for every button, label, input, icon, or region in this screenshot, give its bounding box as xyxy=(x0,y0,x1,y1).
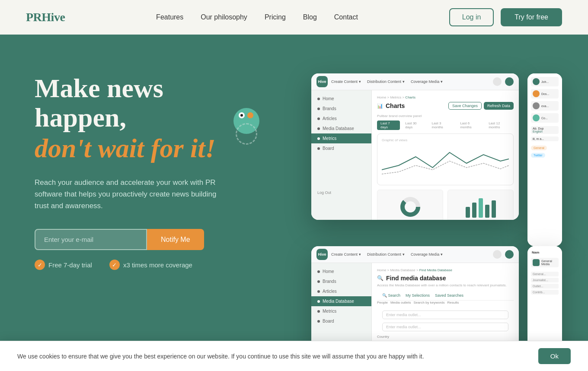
app-inner-top: Home Brands Articles Media Database Metr… xyxy=(311,90,519,220)
filter-results: Results xyxy=(447,301,459,304)
tags-row: General xyxy=(531,146,559,150)
pie-chart xyxy=(377,190,443,220)
app-nav-dist: Distribution Content ▾ xyxy=(367,79,405,84)
sidebar-articles: Articles xyxy=(311,114,371,124)
app-main-charts: Home > Metrics > Charts 📊 Charts Save Ch… xyxy=(372,90,519,220)
nav-blog[interactable]: Blog xyxy=(303,13,317,21)
user-icon xyxy=(505,77,514,86)
sb-media-db: Media Database xyxy=(311,296,371,306)
app-nav-icons xyxy=(493,77,514,86)
check-icon-1: ✓ xyxy=(35,260,45,270)
bar-svg xyxy=(463,194,498,220)
search-outlet-1[interactable]: Enter media outlet... xyxy=(382,311,508,319)
contact-nam: Nam xyxy=(531,250,559,255)
charts-icon: 📊 xyxy=(377,103,383,109)
app-nav-items-bottom: Create Content ▾ Distribution Content ▾ … xyxy=(331,252,443,257)
country-label: Country xyxy=(377,335,514,340)
logo: PRHive xyxy=(26,10,65,24)
media-item-3: Outlet... xyxy=(531,284,559,289)
perk-coverage-label: x3 times more coverage xyxy=(123,261,192,269)
svg-rect-3 xyxy=(472,203,476,218)
media-list: General... Journalist... Outlet... Contr… xyxy=(531,272,559,295)
date-tab-3m[interactable]: Last 3 months xyxy=(428,120,455,130)
hero-heading-line1: Make news xyxy=(35,73,294,103)
avatar-4 xyxy=(533,114,540,121)
search-icon: 🔍 xyxy=(377,275,383,282)
media-item-2: Journalist... xyxy=(531,278,559,282)
tab-saved[interactable]: Saved Searches xyxy=(435,293,463,298)
line-chart-svg xyxy=(382,144,509,178)
nav-philosophy[interactable]: Our philosophy xyxy=(201,13,247,21)
nav-pricing[interactable]: Pricing xyxy=(265,13,286,21)
mascot-tail xyxy=(236,123,257,145)
media-general: General Media xyxy=(531,258,559,267)
screenshot-right-panel-bottom: Nam General Media General... Journalist.… xyxy=(527,246,562,354)
try-button[interactable]: Try for free xyxy=(501,8,562,26)
contact-ili: ili, m a... xyxy=(531,136,559,141)
contact-row-3: exa... xyxy=(531,101,559,111)
app-nav-icons-b xyxy=(493,250,514,259)
perk-trial-label: Free 7-day trial xyxy=(48,261,92,269)
notify-button[interactable]: Notify Me xyxy=(147,229,204,250)
sidebar-brands: Brands xyxy=(311,104,371,114)
check-icon-2: ✓ xyxy=(109,260,120,270)
media-item-4: Contrib... xyxy=(531,290,559,295)
charts-title: Charts xyxy=(386,102,405,109)
navbar: PRHive Features Our philosophy Pricing B… xyxy=(0,0,588,35)
tab-search[interactable]: 🔍 Search xyxy=(382,293,400,298)
filter-tabs: People Media outlets Search by keywords … xyxy=(377,301,514,307)
login-button[interactable]: Log in xyxy=(449,8,494,26)
app-nav-coverage: Coverage Media ▾ xyxy=(411,79,443,84)
sb-articles: Articles xyxy=(311,286,371,296)
chart-label: Graphic of views xyxy=(382,138,509,142)
perk-trial: ✓ Free 7-day trial xyxy=(35,260,92,270)
svg-rect-4 xyxy=(479,198,483,218)
avatar-2 xyxy=(533,90,540,97)
save-changes-btn[interactable]: Save Changes xyxy=(448,102,482,110)
mascot-eye-left xyxy=(239,112,245,118)
nav-features[interactable]: Features xyxy=(156,13,183,21)
media-subtitle: Access the Media Database with over a mi… xyxy=(377,283,514,287)
email-form: Notify Me xyxy=(35,229,294,250)
avatar-media xyxy=(533,259,540,266)
contact-name-2: Dos... xyxy=(541,92,549,95)
sb-home: Home xyxy=(311,266,371,276)
sb-metrics: Metrics xyxy=(311,306,371,316)
app-nav-coverage-b: Coverage Media ▾ xyxy=(411,252,443,257)
search-outlet-2[interactable]: Enter media outlet... xyxy=(382,323,508,331)
screenshot-charts: Hive Create Content ▾ Distribution Conte… xyxy=(311,73,519,220)
tags-row-2: Twitter xyxy=(531,153,559,158)
app-nav-dist-b: Distribution Content ▾ xyxy=(367,252,405,257)
side-panel-bottom: Nam General Media General... Journalist.… xyxy=(527,246,562,354)
contact-name-4: Co... xyxy=(541,117,548,120)
app-logo-top: Hive xyxy=(316,76,328,87)
refresh-data-btn[interactable]: Refresh Data xyxy=(484,102,514,110)
contact-row-1: Joh... xyxy=(531,77,559,86)
line-chart: Graphic of views xyxy=(377,133,514,185)
media-item-1: General... xyxy=(531,272,559,276)
tab-selections[interactable]: My Selections xyxy=(406,293,430,298)
date-tab-6m[interactable]: Last 6 months xyxy=(457,120,483,130)
svg-rect-5 xyxy=(485,205,489,218)
media-tabs: 🔍 Search My Selections Saved Searches xyxy=(377,291,514,301)
tag-twitter: Twitter xyxy=(531,153,545,158)
nav-contact[interactable]: Contact xyxy=(334,13,358,21)
media-label: General Media xyxy=(541,260,557,266)
mascot xyxy=(225,99,268,147)
date-tab-30[interactable]: Last 30 days xyxy=(402,120,426,130)
filter-keywords: Search by keywords xyxy=(414,301,445,304)
tag-general: General xyxy=(531,146,547,150)
app-logobar-top: Hive Create Content ▾ Distribution Conte… xyxy=(311,73,519,90)
bar-chart xyxy=(447,190,514,220)
date-tab-12m[interactable]: Last 12 months xyxy=(485,120,514,130)
cookie-ok-button[interactable]: Ok xyxy=(538,348,571,364)
app-nav-items-top: Create Content ▾ Distribution Content ▾ … xyxy=(331,79,443,84)
charts-subtitle: Pullbar brand overview panel xyxy=(377,114,514,118)
email-input[interactable] xyxy=(35,229,147,250)
breadcrumb-charts: Home > Metrics > Charts xyxy=(377,95,514,99)
breadcrumb-media: Home > Media Database > Find Media Datab… xyxy=(377,268,514,272)
mascot-pupil xyxy=(240,114,243,117)
avatar-1 xyxy=(533,78,540,85)
date-tab-7[interactable]: Last 7 days xyxy=(377,120,400,130)
app-logo-bottom: Hive xyxy=(316,249,328,260)
